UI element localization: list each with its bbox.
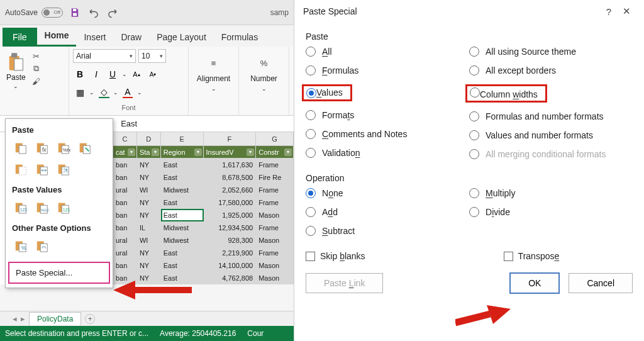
table-row[interactable]: uralWIMidwest928,300Mason: [113, 234, 294, 247]
skip-blanks-checkbox[interactable]: Skip blanks: [306, 251, 365, 261]
paste-special-menuitem[interactable]: Paste Special...: [8, 262, 110, 284]
formula-bar[interactable]: East: [117, 119, 294, 128]
cell[interactable]: East: [161, 272, 204, 284]
close-icon[interactable]: ✕: [618, 6, 635, 17]
cell[interactable]: ural: [113, 247, 137, 259]
cell[interactable]: NY: [137, 272, 161, 284]
cell[interactable]: ban: [113, 259, 137, 272]
font-shrink-button[interactable]: A▾: [146, 67, 160, 81]
paste-radio[interactable]: All using Source theme: [469, 47, 633, 57]
table-header[interactable]: Region: [161, 146, 204, 159]
cell[interactable]: East: [161, 247, 204, 259]
bold-button[interactable]: B: [73, 67, 87, 81]
col-header[interactable]: E: [161, 132, 204, 146]
cell[interactable]: 1,925,000: [204, 209, 257, 221]
paste-radio[interactable]: Formats: [306, 110, 469, 120]
cell[interactable]: NY: [137, 171, 161, 184]
paste-radio[interactable]: Comments and Notes: [306, 129, 469, 139]
cell[interactable]: ural: [113, 184, 137, 196]
number-button[interactable]: % Number ⌄: [243, 49, 285, 92]
cell[interactable]: Midwest: [161, 234, 204, 247]
alignment-button[interactable]: ≡ Alignment ⌄: [192, 49, 235, 92]
paste-formatting-icon[interactable]: %: [12, 237, 30, 254]
table-row[interactable]: banNYEast17,580,000Frame: [113, 196, 294, 209]
table-header[interactable]: cat: [113, 146, 137, 159]
cell[interactable]: East: [161, 171, 204, 184]
cell[interactable]: Frame: [256, 196, 294, 209]
cell[interactable]: ban: [113, 272, 137, 284]
cell[interactable]: 14,100,000: [204, 259, 257, 272]
col-header[interactable]: G: [256, 132, 294, 146]
paste-radio[interactable]: Column widths: [469, 84, 633, 103]
redo-icon[interactable]: [106, 6, 119, 20]
table-row[interactable]: uralWIMidwest2,052,660Frame: [113, 184, 294, 196]
operation-radio[interactable]: Add: [306, 207, 469, 217]
format-painter-icon[interactable]: 🖌: [31, 75, 42, 87]
paste-radio[interactable]: Values and number formats: [469, 130, 633, 140]
cell[interactable]: IL: [137, 221, 161, 234]
paste-noborders-icon[interactable]: [12, 160, 30, 177]
paste-values-srcfmt-icon[interactable]: 123: [55, 198, 72, 216]
borders-button[interactable]: ▦: [73, 86, 87, 99]
cell[interactable]: Midwest: [161, 184, 204, 196]
table-header[interactable]: InsuredV: [204, 146, 257, 159]
cell[interactable]: ural: [113, 234, 137, 247]
paste-formulas-numfmt-icon[interactable]: %fx: [55, 138, 72, 156]
paste-formulas-icon[interactable]: fx: [33, 138, 51, 156]
cell[interactable]: Fire Re: [256, 171, 294, 184]
fill-color-button[interactable]: ◇: [97, 86, 111, 99]
cell[interactable]: Mason: [256, 272, 294, 284]
paste-radio[interactable]: Formulas: [306, 65, 469, 75]
paste-radio[interactable]: All except borders: [469, 65, 633, 75]
cell[interactable]: 8,678,500: [204, 171, 257, 184]
cell[interactable]: ban: [113, 196, 137, 209]
cut-icon[interactable]: ✂: [31, 50, 42, 62]
table-row[interactable]: banNYEast14,100,000Mason: [113, 259, 294, 272]
cell[interactable]: Mason: [256, 234, 294, 247]
cell[interactable]: NY: [137, 159, 161, 171]
cell[interactable]: 17,580,000: [204, 196, 257, 209]
font-size-select[interactable]: 10: [138, 49, 166, 63]
cell[interactable]: ban: [113, 209, 137, 221]
cell[interactable]: East: [161, 259, 204, 272]
cell[interactable]: Frame: [256, 247, 294, 259]
tab-insert[interactable]: Insert: [76, 28, 113, 47]
cell[interactable]: NY: [137, 196, 161, 209]
cell[interactable]: NY: [137, 259, 161, 272]
table-row[interactable]: banNYEast4,762,808Mason: [113, 272, 294, 284]
operation-radio[interactable]: None: [306, 188, 469, 198]
cell[interactable]: Mason: [256, 259, 294, 272]
autosave[interactable]: AutoSave Off: [5, 8, 63, 18]
tab-draw[interactable]: Draw: [113, 28, 149, 47]
paste-keep-source-icon[interactable]: [76, 138, 94, 156]
cell[interactable]: Frame: [256, 159, 294, 171]
tab-home[interactable]: Home: [37, 26, 77, 47]
paste-all-icon[interactable]: [12, 138, 30, 156]
cell[interactable]: Midwest: [161, 221, 204, 234]
col-header[interactable]: C: [113, 132, 137, 146]
copy-icon[interactable]: ⧉: [31, 63, 42, 74]
cell[interactable]: 2,052,660: [204, 184, 257, 196]
paste-transpose-icon[interactable]: [55, 160, 72, 177]
cell[interactable]: ban: [113, 171, 137, 184]
font-grow-button[interactable]: A▴: [130, 67, 143, 81]
font-name-select[interactable]: Arial: [73, 49, 136, 63]
operation-radio[interactable]: Divide: [469, 207, 633, 217]
cell[interactable]: NY: [137, 209, 161, 221]
table-row[interactable]: banNYEast1,925,000Mason: [113, 209, 294, 221]
col-header[interactable]: D: [137, 132, 161, 146]
paste-radio[interactable]: All: [306, 47, 469, 57]
sheet-nav-next[interactable]: ▸: [21, 314, 25, 323]
cell[interactable]: Frame: [256, 184, 294, 196]
sheet-nav-prev[interactable]: ◂: [13, 314, 17, 323]
cell[interactable]: 2,219,900: [204, 247, 257, 259]
tab-formulas[interactable]: Formulas: [214, 28, 265, 47]
paste-radio[interactable]: Formulas and number formats: [469, 111, 633, 121]
sheet-tab[interactable]: PolicyData: [29, 312, 81, 325]
font-color-button[interactable]: A: [121, 86, 135, 99]
undo-icon[interactable]: [87, 6, 101, 20]
cell[interactable]: 1,617,630: [204, 159, 257, 171]
paste-radio[interactable]: Validation: [306, 148, 469, 158]
table-header[interactable]: Constr: [256, 146, 294, 159]
underline-button[interactable]: U: [106, 67, 119, 81]
